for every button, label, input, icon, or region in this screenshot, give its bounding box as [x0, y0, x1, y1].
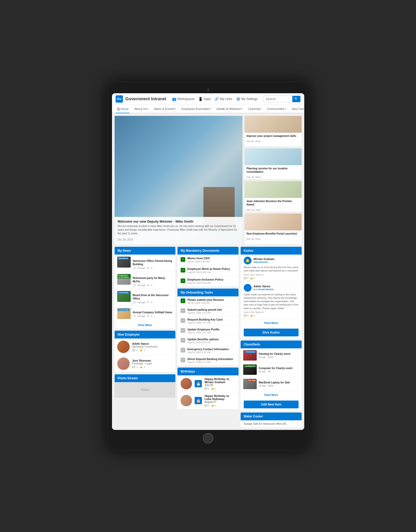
three-col-layout: My News Operations Vancouver Office Clos… [115, 247, 302, 427]
news-item-4[interactable]: Community Annual Company Softball Game 🕐… [115, 306, 176, 321]
employee-item-2[interactable]: Joni Sherman Paralegal - Legal 💬 0 👍 0 [115, 355, 176, 372]
task-info-4: Update Employee Profile Aug 01, 2020 1:4… [187, 328, 235, 334]
task-date-7: Aug 01, 2020 1:47 AM [187, 361, 235, 363]
kudos-from-2: From: Dev Team hi [244, 311, 299, 314]
kudos-like-icon-2: 👍 0 [250, 314, 255, 317]
nav-my-links[interactable]: 🔗 My Links [214, 97, 232, 101]
search-button[interactable]: 🔍 [292, 96, 300, 102]
task-item-6[interactable]: ✓ Emergency Contact Information Aug 01, … [177, 346, 239, 356]
task-date-3: Aug 01, 2020 1:47 AM [187, 321, 235, 324]
hero-card-4[interactable]: New Employee Benefits Portal Launched De… [245, 214, 302, 244]
photo-stream-placeholder: Photos [115, 382, 176, 398]
water-cooler-preview[interactable]: Garage Sale for Vancouver office (Al... [241, 420, 302, 427]
kudos-view-more[interactable]: View More [241, 319, 302, 327]
classified-item-1[interactable]: Fundraiser Painting for Charity event 5d… [241, 348, 302, 363]
bday-info-1: Happy Birthday to Miriam Graham July 09 … [204, 377, 235, 390]
classified-item-3[interactable]: For Sale MacBook Laptop for Sale 5d ago … [241, 377, 302, 391]
col-right: Kudos ⭐ Miriam Graham Volunteered Miriam… [241, 247, 302, 427]
task-item-5[interactable]: ✓ Update Benefits options Aug 01, 2020 1… [177, 336, 239, 346]
emp-comment-icon-2: 💬 [132, 366, 135, 368]
task-info-3: Request Building Key Card Aug 01, 2020 1… [187, 318, 235, 324]
tablet-home-button[interactable] [203, 433, 213, 443]
classified-meta-1: 5d ago $199 [259, 356, 299, 358]
doc-date-2: Aug 03, 2020 3:55 AM [187, 271, 235, 274]
task-item-2[interactable]: ✓ Submit parking permit info Aug 01, 202… [177, 306, 239, 316]
kudos-text-1: Miriam help us so much during the Fun Ru… [244, 265, 299, 272]
doc-item-1[interactable]: ✓ Memo from CEO Jul 09, 2020 1:00 AM [177, 255, 239, 265]
hero-card-3[interactable]: Joan Johnston Receives the Premier Award… [245, 181, 302, 212]
task-item-4[interactable]: ✓ Update Employee Profile Aug 01, 2020 1… [177, 326, 239, 336]
classified-title-3: MacBook Laptop for Sale [259, 381, 299, 384]
apps-label: Apps [204, 97, 211, 101]
tablet-frame: Gv Government Intranet 👥 Workspaces 📱 Ap… [107, 81, 309, 451]
task-date-5: Aug 01, 2020 1:47 AM [187, 341, 235, 344]
nav-home[interactable]: 🏠 Home [116, 105, 130, 113]
emp-comment-icon-1: 💬 [132, 349, 135, 351]
emp-like-icon-1: 👍 [140, 349, 142, 351]
nav-health-wellness[interactable]: Health & Wellness [215, 105, 243, 112]
news-age-4: 10d ago [137, 315, 146, 317]
nav-workspaces[interactable]: 👥 Workspaces [172, 97, 195, 101]
classified-img-2: Looking For [243, 364, 257, 375]
emp-avatar-1 [117, 341, 130, 353]
news-tag-4: Community [118, 309, 129, 311]
employee-item-1[interactable]: Adele Vance Marketing Coordinator 💬 0 👍 … [115, 338, 176, 355]
hero-card-body-2: Planning session for our location consol… [245, 165, 302, 179]
nav-apps[interactable]: 📱 Apps [198, 97, 211, 101]
nav-idea-campaigns[interactable]: Idea Campaigns [291, 105, 304, 112]
kudos-item-1[interactable]: ⭐ Miriam Graham Volunteered Miriam help … [241, 255, 302, 282]
add-new-item-button[interactable]: Add New Item [244, 401, 299, 408]
news-item-3[interactable]: Community Blood Drive at the Vancouver O… [115, 289, 176, 306]
new-employee-header: New Employee [115, 331, 176, 338]
hero-main[interactable]: Welcome our new Deputy Minister - Mike S… [115, 116, 242, 244]
classified-badge-3: For Sale [247, 379, 256, 382]
news-thumb-4: Community [117, 308, 131, 319]
bday-meta-2: 💬 0 👍 0 [204, 404, 235, 407]
classifieds-view-more[interactable]: View More [241, 391, 302, 398]
doc-info-3: Employee Inclusion Policy Aug 03, 2020 3… [187, 278, 235, 284]
nav-employee-essentials[interactable]: Employee Essentials [180, 105, 212, 112]
birthday-item-1[interactable]: 🎂 Happy Birthday to Miriam Graham July 0… [177, 375, 239, 392]
doc-item-2[interactable]: ✓ Employee Work at Home Policy Aug 03, 2… [177, 265, 239, 276]
task-item-7[interactable]: ✓ Direct Deposit Banking Information Aug… [177, 356, 239, 365]
news-thumb-3: Community [117, 291, 131, 302]
emp-avatar-2 [117, 357, 130, 370]
news-item-1[interactable]: Operations Vancouver Office Closed durin… [115, 255, 176, 272]
nav-communities[interactable]: Communities [266, 105, 287, 112]
doc-check-3: ✓ [181, 278, 185, 283]
news-title-3: Blood Drive at the Vancouver Office [133, 294, 173, 300]
task-title-3: Request Building Key Card [187, 318, 235, 321]
news-thumb-2: Employees on the Move [117, 274, 131, 285]
kudos-item-2[interactable]: 👤 Adele Vance Is a Great Mentor Adele ma… [241, 282, 302, 319]
news-info-2: Retirement party for Marty McFly 🕐 10d a… [133, 274, 173, 287]
nav-my-settings[interactable]: ⚙️ My Settings [236, 97, 258, 101]
kudos-subtitle-1: Volunteered [254, 261, 274, 263]
news-age-2: 10d ago [137, 284, 146, 287]
nav-news-events[interactable]: News & Events [153, 105, 177, 112]
give-kudos-button[interactable]: Give Kudos [244, 329, 299, 336]
news-title-2: Retirement party for Marty McFly [133, 276, 173, 283]
task-item-3[interactable]: ✓ Request Building Key Card Aug 01, 2020… [177, 316, 239, 326]
doc-check-2: ✓ [181, 268, 185, 272]
birthday-item-2[interactable]: 🎂 Happy Birthday to Lidia Holloway Augus… [177, 392, 239, 409]
hero-card-date-3: Dec 30, 2018 [247, 209, 261, 211]
hero-card-1[interactable]: Improve your project management skills D… [245, 116, 302, 147]
workspaces-label: Workspaces [177, 97, 195, 101]
task-item-1[interactable]: ✓ Please submit your Resume Jul 09, 2020… [177, 296, 239, 306]
search-input[interactable] [264, 96, 292, 102]
doc-item-3[interactable]: ✓ Employee Inclusion Policy Aug 03, 2020… [177, 276, 239, 287]
logo-box[interactable]: Gv [116, 95, 123, 103]
nav-about-us[interactable]: About Us [133, 105, 149, 112]
news-item-2[interactable]: Employees on the Move Retirement party f… [115, 272, 176, 289]
emp-likes-1: 0 [144, 349, 145, 351]
kudos-meta-2: 💬 0 👍 0 [244, 314, 299, 317]
nav-learning[interactable]: Learning [247, 105, 262, 112]
emp-info-1: Adele Vance Marketing Coordinator 💬 0 👍 … [132, 342, 173, 351]
doc-info-1: Memo from CEO Jul 09, 2020 1:00 AM [187, 257, 235, 263]
classified-item-2[interactable]: Looking For Computer for Charity event 5… [241, 363, 302, 377]
classifieds-section: Classifieds Fundraiser Painting for Char… [241, 341, 302, 410]
hero-card-2[interactable]: Planning session for our location consol… [245, 148, 302, 179]
header-nav: 👥 Workspaces 📱 Apps 🔗 My Links ⚙️ My Set… [172, 96, 300, 102]
news-view-more[interactable]: View More [115, 321, 176, 329]
news-clock-icon-2: 🕐 [133, 284, 136, 287]
